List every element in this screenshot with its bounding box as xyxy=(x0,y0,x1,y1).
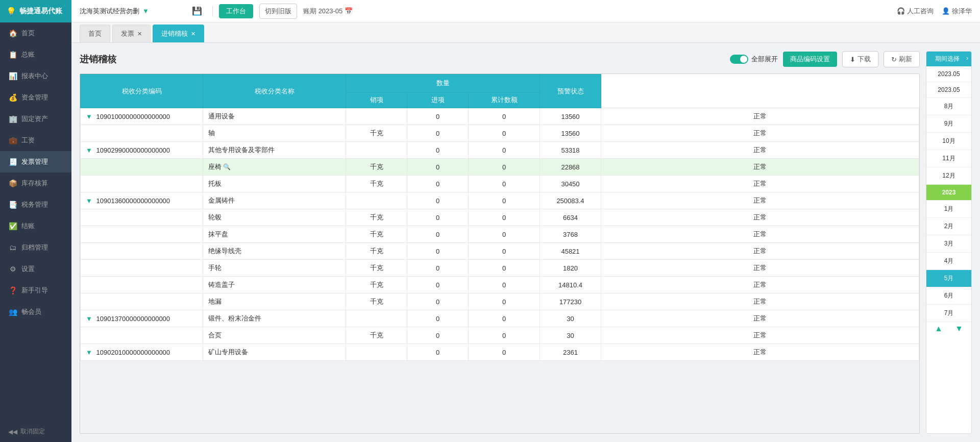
sidebar-item-capital[interactable]: 💰 资金管理 xyxy=(0,87,71,108)
scroll-up-icon[interactable]: ▲ xyxy=(935,324,943,333)
sidebar-item-label: 首页 xyxy=(21,29,35,38)
sidebar-item-invoice[interactable]: 🧾 发票管理 xyxy=(0,151,71,173)
toggle-label: 全部展开 xyxy=(751,55,778,64)
table-row: 托板千克0030450正常 xyxy=(81,176,919,192)
unpin-button[interactable]: ◀◀ 取消固定 xyxy=(0,421,71,442)
sidebar-item-label: 归档管理 xyxy=(21,243,48,252)
right-panel-item[interactable]: 8月 xyxy=(926,98,971,115)
right-panel-item[interactable]: 3月 xyxy=(926,235,971,253)
expand-icon[interactable]: ▼ xyxy=(86,113,94,120)
table-row: 座椅 🔍千克0022868正常 xyxy=(81,159,919,176)
sidebar-item-assets[interactable]: 🏢 固定资产 xyxy=(0,108,71,130)
expand-icon[interactable]: ▼ xyxy=(86,197,94,205)
sidebar-item-label: 新手引导 xyxy=(21,286,48,295)
right-panel-item[interactable]: 12月 xyxy=(926,167,971,185)
workbench-button[interactable]: 工作台 xyxy=(219,4,253,18)
company-name: 沈海英测试经营勿删 xyxy=(80,7,139,16)
sidebar-item-archive[interactable]: 🗂 归档管理 xyxy=(0,237,71,258)
support-btn[interactable]: 🎧 人工咨询 xyxy=(897,7,934,16)
sidebar-item-label: 结账 xyxy=(21,222,35,231)
sidebar-item-ledger[interactable]: 📋 总账 xyxy=(0,44,71,65)
right-panel-item[interactable]: 9月 xyxy=(926,115,971,133)
table-row: ▼ 10901000000000000000通用设备0013560正常 xyxy=(81,108,919,125)
tabs-bar: 首页 发票 ✕ 进销稽核 ✕ xyxy=(71,22,980,43)
reconcile-table: 税收分类编码 税收分类名称 数量 预警状态 销项 进项 累计数额 ▼ 10901… xyxy=(80,73,920,434)
right-panel-item[interactable]: 2月 xyxy=(926,218,971,235)
tab-invoice[interactable]: 发票 ✕ xyxy=(112,24,151,42)
scroll-down-icon[interactable]: ▼ xyxy=(955,324,963,333)
switch-old-button[interactable]: 切到旧版 xyxy=(259,4,297,19)
logo-icon: 💡 xyxy=(6,7,16,16)
refresh-icon: ↻ xyxy=(891,56,897,63)
panel-collapse-icon[interactable]: › xyxy=(966,55,968,62)
right-panel-item[interactable]: 5月 xyxy=(926,270,971,287)
tab-reconcile-close[interactable]: ✕ xyxy=(191,31,195,37)
table-row: 铸造盖子千克0014810.4正常 xyxy=(81,277,919,293)
sidebar-item-label: 资金管理 xyxy=(21,93,48,102)
right-panel-item[interactable]: 10月 xyxy=(926,133,971,150)
tab-reconcile-label: 进销稽核 xyxy=(161,29,188,38)
tab-reconcile[interactable]: 进销稽核 ✕ xyxy=(153,24,204,42)
ledger-icon: 📋 xyxy=(8,51,17,59)
right-panel-item[interactable]: 2023.05 xyxy=(926,66,971,82)
sidebar-item-member[interactable]: 👥 畅会员 xyxy=(0,301,71,323)
right-panel-item[interactable]: 2023.05 xyxy=(926,82,971,98)
sidebar-item-checkout[interactable]: ✅ 结账 xyxy=(0,215,71,237)
tab-invoice-label: 发票 xyxy=(121,29,134,38)
table-row: 合页千克0030正常 xyxy=(81,327,919,344)
right-panel-item[interactable]: 1月 xyxy=(926,201,971,218)
sidebar-item-settings[interactable]: ⚙ 设置 xyxy=(0,258,71,280)
sidebar-item-label: 总账 xyxy=(21,50,35,59)
assets-icon: 🏢 xyxy=(8,115,17,123)
home-icon: 🏠 xyxy=(8,29,17,37)
search-icon[interactable]: 🔍 xyxy=(222,163,231,170)
expand-icon[interactable]: ▼ xyxy=(86,146,94,154)
download-icon: ⬇ xyxy=(850,56,855,63)
report-icon: 📊 xyxy=(8,72,17,80)
topbar: 沈海英测试经营勿删 ▼ 💾 工作台 切到旧版 账期 2023-05 📅 🎧 人工… xyxy=(71,0,980,22)
company-selector[interactable]: 沈海英测试经营勿删 ▼ xyxy=(80,7,182,16)
expand-toggle[interactable] xyxy=(730,55,748,64)
divider xyxy=(212,6,213,16)
sidebar-item-inventory[interactable]: 📦 库存核算 xyxy=(0,173,71,194)
save-button[interactable]: 💾 xyxy=(188,4,206,18)
right-panel-item[interactable]: 4月 xyxy=(926,253,971,270)
expand-toggle-wrap: 全部展开 xyxy=(730,55,778,64)
sidebar-item-guide[interactable]: ❓ 新手引导 xyxy=(0,280,71,301)
page-content: 进销稽核 全部展开 商品编码设置 ⬇ 下载 ↻ 刷新 xyxy=(71,43,980,442)
refresh-button[interactable]: ↻ 刷新 xyxy=(884,51,920,67)
sidebar-item-label: 发票管理 xyxy=(21,157,48,166)
company-dropdown-icon[interactable]: ▼ xyxy=(142,7,149,15)
main-area: 沈海英测试经营勿删 ▼ 💾 工作台 切到旧版 账期 2023-05 📅 🎧 人工… xyxy=(71,0,980,442)
table-row: ▼ 10901360000000000000金属铸件00250083.4正常 xyxy=(81,192,919,209)
right-panel-item[interactable]: 6月 xyxy=(926,287,971,305)
sidebar: 💡 畅捷通易代账 🏠 首页 📋 总账 📊 报表中心 💰 资金管理 🏢 固定资产 … xyxy=(0,0,71,442)
inventory-icon: 📦 xyxy=(8,179,17,187)
user-area[interactable]: 👤 徐泽华 xyxy=(942,7,972,16)
sidebar-item-home[interactable]: 🏠 首页 xyxy=(0,22,71,44)
page-title: 进销稽核 xyxy=(80,53,116,65)
sidebar-item-salary[interactable]: 💼 工资 xyxy=(0,130,71,151)
tab-invoice-close[interactable]: ✕ xyxy=(137,31,142,37)
sidebar-item-tax[interactable]: 📑 税务管理 xyxy=(0,194,71,215)
sidebar-item-label: 设置 xyxy=(21,264,35,274)
table-row: ▼ 10902010000000000000矿山专用设备002361正常 xyxy=(81,344,919,361)
invoice-icon: 🧾 xyxy=(8,158,17,166)
data-table: 税收分类编码 税收分类名称 数量 预警状态 销项 进项 累计数额 ▼ 10901… xyxy=(80,74,919,361)
right-panel-item[interactable]: 2023 xyxy=(926,185,971,201)
sidebar-item-report[interactable]: 📊 报表中心 xyxy=(0,65,71,87)
table-row: 绝缘导线壳千克0045821正常 xyxy=(81,243,919,260)
expand-icon[interactable]: ▼ xyxy=(86,315,94,323)
period-label: 账期 2023-05 📅 xyxy=(303,7,353,16)
table-row: 轴千克0013560正常 xyxy=(81,125,919,142)
app-name: 畅捷通易代账 xyxy=(19,7,62,16)
page-header: 进销稽核 全部展开 商品编码设置 ⬇ 下载 ↻ 刷新 xyxy=(80,51,920,67)
salary-icon: 💼 xyxy=(8,136,17,144)
expand-icon[interactable]: ▼ xyxy=(86,349,94,356)
sidebar-item-label: 报表中心 xyxy=(21,71,48,81)
right-panel-item[interactable]: 7月 xyxy=(926,305,971,322)
product-code-button[interactable]: 商品编码设置 xyxy=(783,52,837,67)
tab-home[interactable]: 首页 xyxy=(80,24,110,42)
right-panel-item[interactable]: 11月 xyxy=(926,150,971,167)
download-button[interactable]: ⬇ 下载 xyxy=(842,51,878,67)
